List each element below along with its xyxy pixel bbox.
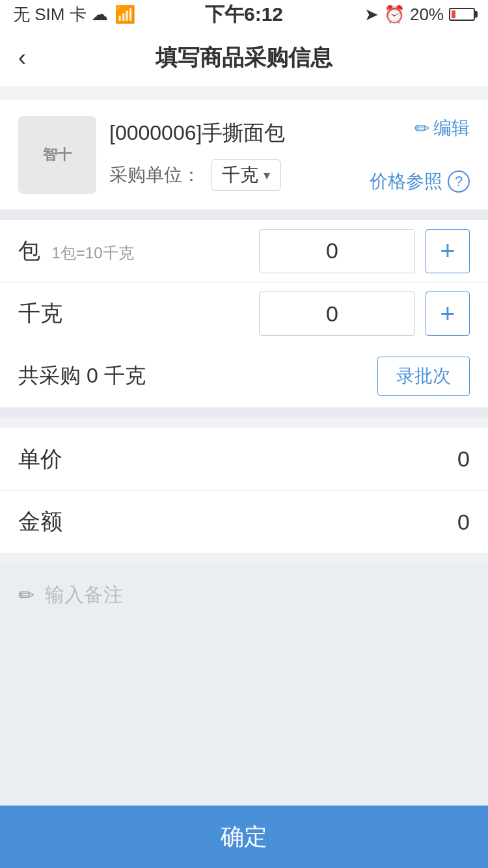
price-label-amount: 金额	[18, 507, 62, 537]
unit-dropdown-arrow: ▾	[264, 167, 270, 183]
price-label-unit: 单价	[18, 444, 62, 474]
plus-btn-bao[interactable]: +	[426, 229, 470, 273]
sim-status: 无 SIM 卡 ☁	[13, 3, 108, 26]
input-field-wrap-kg: +	[109, 292, 470, 336]
input-sublabel-bao: 1包=10千克	[51, 244, 133, 262]
nav-bar: ‹ 填写商品采购信息	[0, 29, 488, 87]
total-label: 共采购 0 千克	[18, 362, 146, 390]
price-row-amount: 金额 0	[0, 491, 488, 553]
plus-btn-kg[interactable]: +	[426, 292, 470, 336]
back-button[interactable]: ‹	[18, 44, 26, 72]
unit-value: 千克	[222, 163, 258, 187]
wifi-icon: 📶	[115, 5, 135, 25]
edit-button[interactable]: ✏ 编辑	[414, 116, 470, 141]
price-ref-label: 价格参照	[370, 169, 442, 194]
confirm-button[interactable]: 确定	[0, 806, 488, 868]
input-section: 包 1包=10千克 + 千克 +	[0, 220, 488, 345]
status-bar: 无 SIM 卡 ☁ 📶 下午6:12 ➤ ⏰ 20%	[0, 0, 488, 29]
input-field-wrap-bao: +	[134, 229, 470, 273]
input-label-bao: 包 1包=10千克	[18, 236, 134, 266]
input-label-kg: 千克	[18, 299, 109, 329]
product-card: 智十 [0000006]手撕面包 采购单位： 千克 ▾ ✏ 编辑 价格参照 ?	[0, 100, 488, 210]
input-row-bao: 包 1包=10千克 +	[0, 220, 488, 282]
unit-label: 采购单位：	[109, 163, 200, 187]
edit-label: 编辑	[433, 116, 470, 141]
battery-indicator	[449, 8, 475, 21]
input-row-kg: 千克 +	[0, 282, 488, 345]
status-time: 下午6:12	[205, 1, 283, 28]
price-ref-help-icon: ?	[448, 170, 470, 193]
section-divider-2	[0, 407, 488, 418]
batch-button[interactable]: 录批次	[377, 357, 470, 396]
total-row: 共采购 0 千克 录批次	[0, 345, 488, 407]
product-image: 智十	[18, 116, 96, 194]
price-value-amount: 0	[457, 509, 470, 535]
remark-section[interactable]: ✏ 输入备注	[0, 563, 488, 627]
input-field-kg[interactable]	[259, 292, 415, 336]
pencil-icon: ✏	[18, 584, 34, 606]
empty-space	[0, 627, 488, 835]
remark-placeholder: 输入备注	[45, 582, 123, 608]
section-divider-1	[0, 210, 488, 220]
price-row-unit: 单价 0	[0, 428, 488, 491]
page-title: 填写商品采购信息	[156, 43, 332, 73]
edit-icon: ✏	[414, 118, 429, 139]
input-field-bao[interactable]	[259, 229, 415, 273]
price-ref-button[interactable]: 价格参照 ?	[370, 169, 470, 194]
price-value-unit: 0	[457, 446, 470, 472]
alarm-icon: ⏰	[384, 5, 405, 25]
unit-selector[interactable]: 千克 ▾	[211, 159, 281, 191]
status-left: 无 SIM 卡 ☁ 📶	[13, 3, 135, 26]
location-icon: ➤	[364, 5, 379, 25]
status-right: ➤ ⏰ 20%	[364, 5, 475, 25]
price-section: 单价 0 金额 0	[0, 428, 488, 553]
battery-percent: 20%	[410, 5, 444, 25]
